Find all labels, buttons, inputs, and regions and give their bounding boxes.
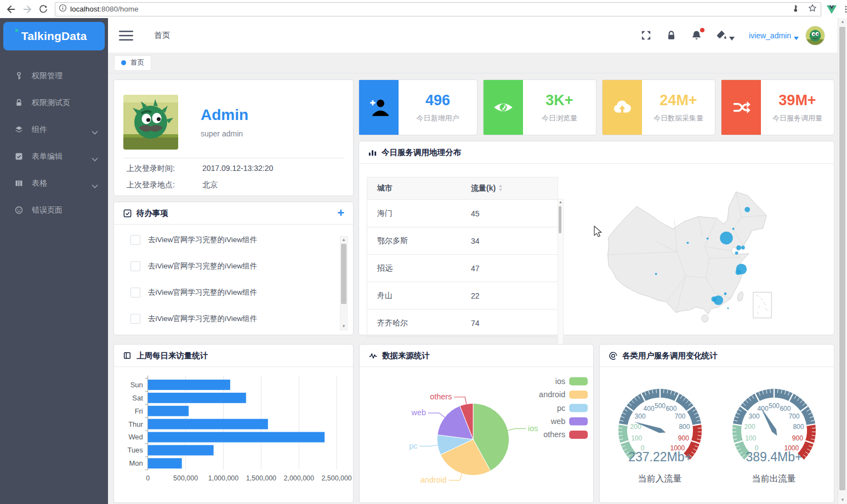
map-bubble: [736, 270, 741, 275]
gauge-outflow: 01002003004005006007008009001000389.4Mb+…: [717, 379, 831, 485]
cell-city: 海门: [367, 200, 461, 227]
cloud-upload-icon: [611, 96, 634, 119]
add-todo-button[interactable]: +: [337, 208, 344, 219]
sidebar-item-label: 表单编辑: [32, 152, 92, 162]
todo-checkbox[interactable]: [130, 288, 140, 297]
map-bubble: [741, 246, 745, 250]
todo-checkbox[interactable]: [130, 235, 140, 245]
vue-extension-icon[interactable]: [826, 3, 838, 15]
hainan: [702, 314, 708, 322]
user-name: Admin: [201, 106, 248, 124]
stat-value: 496: [425, 92, 450, 109]
sidebar-item-permissions[interactable]: 权限管理: [0, 62, 108, 89]
svg-text:300: 300: [634, 413, 645, 420]
weekly-visits-bar-chart: 0500,0001,000,0001,500,0002,000,0002,500…: [114, 371, 353, 499]
key-icon: [14, 71, 24, 81]
theme-switcher[interactable]: [715, 28, 735, 42]
tab-home[interactable]: 首页: [114, 55, 151, 71]
stat-label: 今日新增用户: [417, 113, 459, 123]
browser-menu-icon[interactable]: [841, 3, 847, 15]
todo-checkbox[interactable]: [130, 314, 140, 324]
svg-text:300: 300: [748, 413, 759, 420]
svg-text:Fri: Fri: [135, 407, 143, 415]
svg-text:400: 400: [643, 405, 654, 413]
todo-icon: [123, 209, 132, 218]
back-icon[interactable]: [5, 3, 16, 15]
sidebar-item-form-edit[interactable]: 表单编辑: [0, 143, 108, 170]
last-login-place-row: 上次登录地点:北京: [127, 180, 175, 190]
card-title: 各类用户服务调用变化统计: [622, 351, 825, 361]
table-header-flow[interactable]: 流量(k): [461, 177, 558, 200]
table-row: 齐齐哈尔74: [367, 310, 558, 337]
data-sources-card: 数据来源统计 iosandroidpcwebothersiosandroidpc…: [359, 344, 594, 503]
info-icon[interactable]: [59, 4, 67, 14]
stat-label: 今日数据采集量: [653, 113, 703, 123]
bookmark-star-icon[interactable]: [808, 3, 817, 15]
cell-flow: 22: [461, 282, 558, 310]
stat-card-3: 24M+今日数据采集量: [602, 79, 715, 135]
pulse-icon: [368, 351, 378, 360]
svg-text:200: 200: [744, 423, 755, 431]
todo-item: 去iView官网学习完整的iView组件: [130, 308, 353, 330]
password-key-icon[interactable]: [791, 4, 800, 15]
hamburger-menu-icon[interactable]: [119, 30, 133, 41]
map-bubble: [720, 232, 733, 245]
svg-text:600: 600: [780, 405, 791, 413]
todo-checkbox[interactable]: [130, 261, 140, 271]
reload-icon[interactable]: [38, 3, 48, 15]
app-logo[interactable]: TalkingData: [3, 22, 105, 50]
table-scrollbar[interactable]: ▲ ▼: [558, 199, 564, 359]
todo-label: 去iView官网学习完整的iView组件: [148, 314, 257, 324]
map-bubble: [744, 207, 750, 213]
todo-item: 去iView官网学习完整的iView组件: [130, 255, 353, 277]
user-role: super admin: [201, 129, 243, 138]
lock-icon[interactable]: [665, 29, 678, 42]
sidebar-item-permission-test[interactable]: 权限测试页: [0, 89, 108, 116]
city-flow-table: 城市流量(k) 海门45鄂尔多斯34招远47舟山22齐齐哈尔74 ▲ ▼: [367, 177, 558, 337]
fullscreen-icon[interactable]: [640, 29, 653, 42]
cell-city: 齐齐哈尔: [367, 310, 461, 337]
opened-tabs-bar: 首页: [108, 53, 838, 73]
card-title: 上周每日来访量统计: [137, 351, 344, 361]
screen: localhost:8080/home TalkingData 权限管理权限测试…: [0, 0, 847, 504]
chart-bars-icon: [368, 148, 377, 157]
notifications-bell-icon[interactable]: [690, 29, 703, 42]
gauge-caption: 当前出流量: [752, 473, 796, 485]
bar-Thur: [148, 419, 268, 429]
south-china-sea-inset: [753, 292, 771, 318]
todo-scrollbar[interactable]: ▲ ▼: [340, 236, 348, 330]
app-header: 首页 iview_admin: [108, 18, 838, 53]
table-header-city: 城市: [367, 177, 461, 200]
svg-text:Mon: Mon: [129, 459, 143, 467]
sidebar-item-components[interactable]: 组件: [0, 116, 108, 143]
breadcrumb[interactable]: 首页: [154, 30, 170, 41]
forward-icon[interactable]: [22, 3, 33, 15]
book-icon: [123, 351, 132, 360]
legend-swatch-android: [569, 391, 588, 399]
avatar[interactable]: [805, 26, 825, 45]
svg-text:0: 0: [146, 474, 150, 482]
svg-text:2,500,000: 2,500,000: [321, 474, 351, 482]
svg-text:900: 900: [792, 434, 803, 442]
stat-card-4: 39M+今日服务调用量: [721, 79, 834, 135]
map-bubble: [724, 293, 727, 295]
pie-label-android: android: [420, 476, 447, 484]
china-map: [571, 164, 828, 333]
chevron-down-icon: [92, 181, 98, 186]
sidebar-item-label: 表格: [32, 179, 92, 188]
table-row: 鄂尔多斯34: [367, 227, 558, 255]
page-scrollbar[interactable]: ▲ ▼: [838, 18, 847, 504]
user-menu[interactable]: iview_admin: [749, 31, 799, 40]
svg-text:600: 600: [666, 405, 677, 413]
svg-text:2,000,000: 2,000,000: [284, 474, 314, 482]
url-bar[interactable]: localhost:8080/home: [55, 2, 821, 16]
sidebar-item-error-pages[interactable]: 错误页面: [0, 197, 108, 224]
map-bubble: [687, 242, 689, 244]
svg-text:500,000: 500,000: [173, 474, 198, 482]
bar-Wed: [148, 432, 325, 443]
table-row: 招远47: [367, 255, 558, 282]
sidebar-item-tables[interactable]: 表格: [0, 170, 108, 197]
gauge-needle: [760, 407, 777, 436]
sort-icon[interactable]: [498, 185, 503, 191]
sidebar-item-label: 组件: [32, 125, 92, 135]
